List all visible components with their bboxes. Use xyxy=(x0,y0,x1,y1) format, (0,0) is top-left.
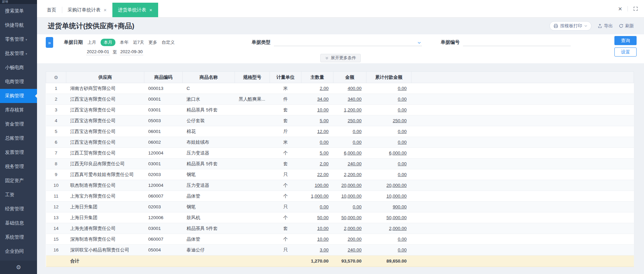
cell-qty-link[interactable]: 3.00 xyxy=(320,247,328,252)
column-header[interactable]: 规格型号 xyxy=(235,72,270,83)
cell-paid-link[interactable]: 0.00 xyxy=(398,172,406,177)
sidebar-item[interactable]: 企业协同 xyxy=(0,244,37,259)
cell-paid-link[interactable]: 0.00 xyxy=(398,237,406,242)
cell-paid-link[interactable]: 250.00 xyxy=(393,118,406,123)
cell-amount-link[interactable]: 2,000.00 xyxy=(344,226,362,231)
cell-amount-link[interactable]: 2,200.00 xyxy=(344,172,362,177)
cell-paid-link[interactable]: 50,000.00 xyxy=(386,215,406,220)
tab[interactable]: 进货单统计表 × xyxy=(112,3,158,17)
cell-amount-link[interactable]: 240.00 xyxy=(348,161,361,166)
column-settings-button[interactable]: ⚙ xyxy=(46,72,66,83)
print-by-template-button[interactable]: 按模板打印 xyxy=(549,21,592,31)
date-quick-option[interactable]: 近7天 xyxy=(133,39,144,45)
sidebar-item[interactable]: 小畅电商 xyxy=(0,61,37,75)
expand-more-conditions-button[interactable]: 展开更多条件 xyxy=(320,54,361,62)
cell-qty-link[interactable]: 5.00 xyxy=(320,150,328,156)
cell-amount-link[interactable]: 50,000.00 xyxy=(341,215,361,220)
sidebar-item[interactable]: 库存核算 xyxy=(0,103,37,117)
cell-qty-link[interactable]: 22.00 xyxy=(317,172,329,177)
date-from-input[interactable]: 2022-09-01 xyxy=(86,49,110,55)
sidebar-item[interactable]: 电商管理 xyxy=(0,75,37,89)
sidebar-item[interactable]: 发票管理 xyxy=(0,145,37,160)
cell-paid-link[interactable]: 10,000.00 xyxy=(386,194,406,199)
date-quick-option[interactable]: 上月 xyxy=(87,39,96,45)
cell-qty-link[interactable]: 10.00 xyxy=(317,107,329,112)
fullscreen-icon[interactable] xyxy=(633,6,638,11)
cell-paid-link[interactable]: 0.00 xyxy=(398,129,406,134)
close-all-icon[interactable]: × xyxy=(618,5,622,12)
column-header[interactable]: 累计付款金额 xyxy=(366,72,412,83)
doc-type-select[interactable] xyxy=(274,39,422,46)
cell-amount-link[interactable]: 400.00 xyxy=(348,86,361,91)
cell-qty-link[interactable]: 34.00 xyxy=(317,97,329,102)
column-header[interactable] xyxy=(412,72,634,83)
cell-qty-link[interactable]: 0.00 xyxy=(320,204,328,209)
cell-paid-link[interactable]: 0.00 xyxy=(398,140,406,145)
refresh-button[interactable]: 刷新 xyxy=(619,23,634,29)
cell-paid-link[interactable]: 0.00 xyxy=(398,107,406,112)
sidebar-item[interactable]: 总账管理 xyxy=(0,131,37,145)
date-quick-option[interactable]: 自定义 xyxy=(162,39,175,45)
cell-amount-link[interactable]: 6,000.00 xyxy=(344,150,362,156)
cell-amount-link[interactable]: 250.00 xyxy=(348,118,361,123)
cell-qty-link[interactable]: 50.00 xyxy=(317,215,329,220)
sidebar-item[interactable]: 搜索菜单 xyxy=(0,4,37,18)
cell-paid-link[interactable]: 2,000.00 xyxy=(389,226,407,231)
tab[interactable]: 首页 xyxy=(41,3,62,17)
cell-qty-link[interactable]: 10.00 xyxy=(317,237,329,242)
cell-paid-link[interactable]: 0.00 xyxy=(398,161,406,166)
tab-close-icon[interactable]: × xyxy=(149,7,152,12)
cell-qty-link[interactable]: 10.00 xyxy=(317,226,329,231)
date-to-input[interactable]: 2022-09-30 xyxy=(120,49,144,55)
cell-paid-link[interactable]: 6,000.00 xyxy=(389,150,407,156)
search-button[interactable]: 查询 xyxy=(614,36,637,45)
doc-number-input[interactable] xyxy=(463,39,571,46)
cell-amount-link[interactable]: 0.00 xyxy=(353,129,361,134)
cell-paid-link[interactable]: 20,000.00 xyxy=(386,183,406,188)
cell-amount-link[interactable]: 20,000.00 xyxy=(341,183,361,188)
cell-paid-link[interactable]: 0.00 xyxy=(398,97,406,102)
cell-qty-link[interactable]: 2.00 xyxy=(320,161,328,166)
cell-qty-link[interactable]: 0.00 xyxy=(320,140,328,145)
collapse-panel-button[interactable]: » xyxy=(46,37,53,48)
column-header[interactable]: 商品名称 xyxy=(183,72,235,83)
date-quick-option[interactable]: 本月 xyxy=(101,39,115,46)
cell-paid-link[interactable]: 900.00 xyxy=(393,204,406,209)
sidebar-item[interactable]: 系统管理 xyxy=(0,230,37,244)
tab-close-icon[interactable]: × xyxy=(104,7,107,12)
tab[interactable]: 采购订单统计表 × xyxy=(62,3,112,17)
cell-amount-link[interactable]: 0.00 xyxy=(353,140,361,145)
sidebar-item[interactable]: 采购管理 xyxy=(0,89,37,103)
date-quick-option[interactable]: 本年 xyxy=(120,39,129,45)
column-header[interactable]: 商品编码 xyxy=(144,72,183,83)
sidebar-settings-button[interactable]: ⚙ xyxy=(0,261,37,274)
sidebar-item[interactable]: 快捷导航 xyxy=(0,18,37,32)
cell-qty-link[interactable]: 2.00 xyxy=(320,86,328,91)
cell-amount-link[interactable]: 200.00 xyxy=(348,237,361,242)
date-quick-option[interactable]: 更多 xyxy=(148,39,157,45)
sidebar-item[interactable]: 零售管理 ▾ xyxy=(0,32,37,46)
cell-paid-link[interactable]: 0.00 xyxy=(398,247,406,252)
export-button[interactable]: 导出 xyxy=(598,23,613,29)
sidebar-item[interactable]: 固定资产 xyxy=(0,174,37,188)
settings-button[interactable]: 设置 xyxy=(614,47,637,57)
cell-amount-link[interactable]: 10,000.00 xyxy=(341,194,361,199)
cell-amount-link[interactable]: 1,200.00 xyxy=(344,107,362,112)
sidebar-item[interactable]: 基础信息 xyxy=(0,216,37,230)
sidebar-item[interactable]: 资金管理 xyxy=(0,117,37,131)
cell-qty-link[interactable]: 5.00 xyxy=(320,118,328,123)
cell-amount-link[interactable]: 0.00 xyxy=(353,204,361,209)
sidebar-item[interactable]: 工资 xyxy=(0,188,37,202)
cell-amount-link[interactable]: 240.00 xyxy=(348,247,361,252)
cell-qty-link[interactable]: 100.00 xyxy=(315,183,328,188)
column-header[interactable]: 金额 xyxy=(333,72,366,83)
sidebar-item[interactable]: 经营管理 xyxy=(0,202,37,216)
column-header[interactable]: 主数量 xyxy=(301,72,333,83)
cell-qty-link[interactable]: 12.00 xyxy=(317,129,329,134)
sidebar-item[interactable]: 批发管理 ▾ xyxy=(0,46,37,61)
cell-paid-link[interactable]: 0.00 xyxy=(398,86,406,91)
column-header[interactable]: 供应商 xyxy=(66,72,144,83)
sidebar-item[interactable]: 税务管理 xyxy=(0,160,37,174)
column-header[interactable]: 计量单位 xyxy=(270,72,301,83)
cell-qty-link[interactable]: 1,000.00 xyxy=(311,194,329,199)
